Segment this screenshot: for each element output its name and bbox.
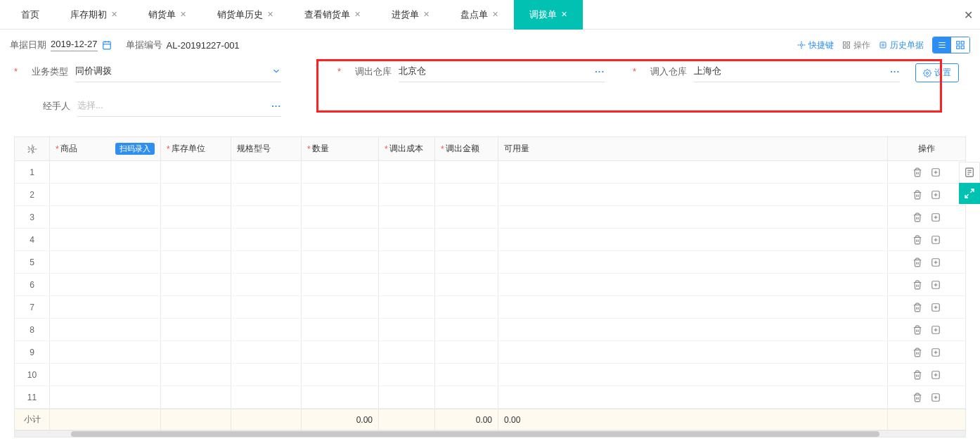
- calendar-icon[interactable]: [102, 40, 112, 50]
- delete-row-button[interactable]: [913, 393, 922, 402]
- close-icon[interactable]: ✕: [267, 10, 273, 19]
- handler-select[interactable]: 选择... ···: [77, 95, 281, 117]
- add-row-button[interactable]: [931, 325, 941, 335]
- form-area: 设置 * 业务类型 同价调拨 * 调出仓库 北京仓 ··· * 调入仓库: [0, 58, 980, 136]
- add-row-button[interactable]: [931, 235, 941, 245]
- biz-type-label: 业务类型: [20, 65, 68, 78]
- svg-rect-6: [847, 42, 850, 45]
- col-op: 操作: [888, 137, 965, 160]
- delete-row-button[interactable]: [913, 325, 922, 335]
- tab-7[interactable]: 调拨单✕: [514, 0, 583, 30]
- subtotal-avail: 0.00: [498, 409, 888, 430]
- data-grid: *商品扫码录入 *库存单位 规格型号 *数量 *调出成本 *调出金额 可用量 操…: [14, 136, 966, 438]
- grid-view-button[interactable]: [951, 37, 969, 53]
- tab-4[interactable]: 查看销货单✕: [289, 0, 376, 30]
- close-icon[interactable]: ✕: [180, 10, 186, 19]
- table-row[interactable]: 3: [15, 206, 965, 229]
- delete-row-button[interactable]: [913, 280, 922, 290]
- close-icon[interactable]: ✕: [111, 10, 117, 19]
- out-wh-label: 调出仓库: [344, 65, 392, 78]
- table-row[interactable]: 7: [15, 296, 965, 319]
- tab-2[interactable]: 销货单✕: [133, 0, 202, 30]
- close-icon[interactable]: ✕: [423, 10, 430, 19]
- expand-button[interactable]: [959, 183, 980, 204]
- table-row[interactable]: 1: [15, 161, 965, 184]
- table-row[interactable]: 9: [15, 341, 965, 364]
- in-wh-label: 调入仓库: [639, 65, 687, 78]
- table-row[interactable]: 11: [15, 386, 965, 409]
- table-row[interactable]: 5: [15, 251, 965, 274]
- field-biz-type: * 业务类型 同价调拨: [14, 60, 281, 82]
- table-row[interactable]: 8: [15, 319, 965, 341]
- row-index: 3: [15, 206, 50, 228]
- table-row[interactable]: 6: [15, 274, 965, 296]
- shortcut-link[interactable]: 快捷键: [797, 39, 834, 51]
- svg-rect-18: [961, 46, 964, 49]
- tab-0[interactable]: 首页: [6, 0, 55, 30]
- add-row-button[interactable]: [931, 370, 941, 380]
- add-row-button[interactable]: [931, 257, 941, 267]
- add-row-button[interactable]: [931, 348, 941, 357]
- close-icon[interactable]: ✕: [561, 10, 567, 19]
- add-row-button[interactable]: [931, 167, 941, 177]
- row-index: 4: [15, 229, 50, 250]
- h-scrollbar[interactable]: [15, 430, 965, 437]
- actions-link[interactable]: 操作: [842, 39, 870, 51]
- biz-type-select[interactable]: 同价调拨: [75, 60, 281, 82]
- tab-label: 首页: [21, 8, 39, 21]
- svg-rect-5: [844, 42, 846, 45]
- add-row-button[interactable]: [931, 302, 941, 312]
- col-product: *商品扫码录入: [50, 137, 161, 160]
- close-icon[interactable]: ✕: [492, 10, 498, 19]
- out-wh-select[interactable]: 北京仓 ···: [399, 60, 605, 82]
- tab-1[interactable]: 库存期初✕: [55, 0, 133, 30]
- delete-row-button[interactable]: [913, 235, 922, 245]
- add-row-button[interactable]: [931, 393, 941, 402]
- tab-label: 盘点单: [460, 8, 488, 21]
- table-row[interactable]: 4: [15, 229, 965, 251]
- svg-line-59: [965, 194, 969, 198]
- delete-row-button[interactable]: [913, 348, 922, 357]
- tab-5[interactable]: 进货单✕: [376, 0, 445, 30]
- subtotal-qty: 0.00: [302, 409, 379, 430]
- table-row[interactable]: 2: [15, 184, 965, 206]
- delete-row-button[interactable]: [913, 167, 922, 177]
- row-index: 2: [15, 184, 50, 205]
- in-wh-select[interactable]: 上海仓 ···: [694, 60, 900, 82]
- scroll-thumb[interactable]: [71, 431, 879, 437]
- col-settings[interactable]: [15, 137, 50, 160]
- svg-point-4: [801, 44, 803, 46]
- grid-header: *商品扫码录入 *库存单位 规格型号 *数量 *调出成本 *调出金额 可用量 操…: [15, 137, 965, 161]
- tab-bar: 首页库存期初✕销货单✕销货单历史✕查看销货单✕进货单✕盘点单✕调拨单✕✕: [0, 0, 980, 30]
- row-index: 11: [15, 386, 50, 408]
- delete-row-button[interactable]: [913, 302, 922, 312]
- handler-label: 经手人: [22, 100, 70, 113]
- delete-row-button[interactable]: [913, 370, 922, 380]
- add-row-button[interactable]: [931, 280, 941, 290]
- delete-row-button[interactable]: [913, 257, 922, 267]
- add-row-button[interactable]: [931, 190, 941, 200]
- shortcut-label: 快捷键: [808, 39, 834, 51]
- scan-tag[interactable]: 扫码录入: [115, 143, 155, 155]
- tab-6[interactable]: 盘点单✕: [445, 0, 514, 30]
- close-icon[interactable]: ✕: [354, 10, 361, 19]
- date-label: 单据日期: [10, 39, 46, 51]
- tab-3[interactable]: 销货单历史✕: [202, 0, 289, 30]
- global-close-icon[interactable]: ✕: [964, 8, 973, 22]
- note-button[interactable]: [959, 162, 980, 183]
- row-index: 1: [15, 161, 50, 183]
- svg-point-20: [31, 148, 34, 151]
- history-link[interactable]: 历史单据: [879, 39, 924, 51]
- row-index: 7: [15, 296, 50, 318]
- settings-button[interactable]: 设置: [915, 63, 959, 82]
- add-row-button[interactable]: [931, 212, 941, 222]
- svg-rect-16: [961, 42, 964, 44]
- more-icon: ···: [595, 66, 605, 77]
- table-row[interactable]: 10: [15, 364, 965, 386]
- list-view-button[interactable]: [933, 37, 951, 53]
- delete-row-button[interactable]: [913, 212, 922, 222]
- tab-label: 库存期初: [70, 8, 107, 21]
- date-value[interactable]: 2019-12-27: [51, 39, 98, 51]
- delete-row-button[interactable]: [913, 190, 922, 200]
- more-icon: ···: [890, 66, 900, 77]
